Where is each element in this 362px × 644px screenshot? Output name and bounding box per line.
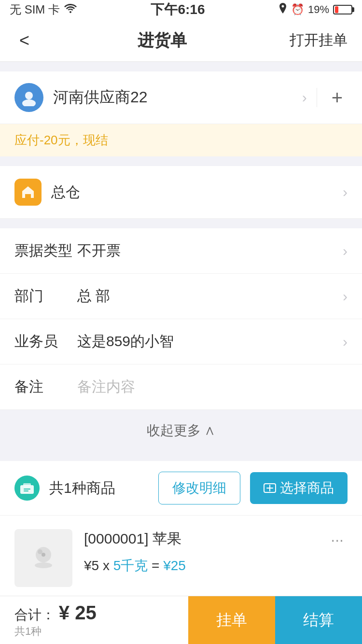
page-title: 进货单 <box>138 29 187 52</box>
supplier-row[interactable]: 河南供应商22 › + <box>0 71 362 124</box>
status-time: 下午6:16 <box>151 0 205 19</box>
select-product-label: 选择商品 <box>280 479 334 497</box>
gap-3 <box>0 219 362 228</box>
notice-bar: 应付-20元，现结 <box>0 124 362 156</box>
checkout-button[interactable]: 结算 <box>275 596 362 644</box>
svg-point-7 <box>38 549 42 554</box>
svg-point-0 <box>25 92 33 99</box>
carrier-text: 无 SIM 卡 <box>10 2 60 17</box>
status-right: ⏰ 19% <box>278 3 352 16</box>
equals-sign: = <box>152 558 163 573</box>
supplier-name: 河南供应商22 <box>53 87 302 108</box>
warehouse-name: 总仓 <box>51 182 80 202</box>
warehouse-chevron: › <box>343 184 348 200</box>
total-count: 共1种 <box>14 624 174 639</box>
note-label: 备注 <box>14 377 77 397</box>
bottom-bar: 合计： ¥ 25 共1种 挂单 结算 <box>0 596 362 644</box>
gap-4 <box>0 451 362 461</box>
salesman-row[interactable]: 业务员 这是859的小智 › <box>0 319 362 364</box>
supplier-chevron: › <box>302 89 307 106</box>
add-supplier-button[interactable]: + <box>327 87 348 109</box>
svg-rect-4 <box>23 483 31 486</box>
svg-point-9 <box>42 553 45 557</box>
product-total: ¥25 <box>163 558 186 573</box>
product-more-button[interactable]: ··· <box>327 529 348 551</box>
svg-point-8 <box>35 562 52 568</box>
products-icon <box>14 476 40 501</box>
svg-rect-2 <box>25 194 31 198</box>
nav-bar: < 进货单 打开挂单 <box>0 19 362 62</box>
status-bar: 无 SIM 卡 下午6:16 ⏰ 19% <box>0 0 362 19</box>
products-header: 共1种商品 修改明细 选择商品 <box>0 461 362 516</box>
total-section: 合计： ¥ 25 共1种 <box>0 602 188 639</box>
price-separator: x <box>103 558 113 573</box>
product-quantity: 5千克 <box>113 558 148 573</box>
gap-2 <box>0 156 362 166</box>
select-product-button[interactable]: 选择商品 <box>250 472 348 504</box>
open-hang-button[interactable]: 打开挂单 <box>290 30 348 50</box>
collapse-more-button[interactable]: 收起更多 ∧ <box>0 410 362 451</box>
product-thumbnail <box>14 529 72 587</box>
salesman-label: 业务员 <box>14 332 77 351</box>
department-label: 部门 <box>14 286 77 306</box>
total-row: 合计： ¥ 25 <box>14 602 174 624</box>
invoice-type-chevron: › <box>343 243 348 259</box>
department-value: 总 部 <box>77 286 343 306</box>
salesman-chevron: › <box>343 334 348 350</box>
supplier-card: 河南供应商22 › + 应付-20元，现结 <box>0 71 362 156</box>
gap-1 <box>0 62 362 71</box>
back-button[interactable]: < <box>14 26 34 56</box>
product-title: 苹果 <box>153 531 181 546</box>
note-row[interactable]: 备注 备注内容 <box>0 364 362 410</box>
total-amount: ¥ 25 <box>59 602 97 623</box>
product-code: [0000001] <box>84 531 148 546</box>
wifi-icon <box>64 3 77 16</box>
collapse-more-label: 收起更多 ∧ <box>147 423 216 438</box>
warehouse-row[interactable]: 总仓 › <box>0 166 362 219</box>
department-row[interactable]: 部门 总 部 › <box>0 274 362 319</box>
product-price: ¥5 x 5千克 = ¥25 <box>84 557 327 575</box>
battery-percent: 19% <box>308 3 329 16</box>
page-content: 河南供应商22 › + 应付-20元，现结 总仓 › 票据类型 <box>0 62 362 644</box>
product-info: [0000001] 苹果 ¥5 x 5千克 = ¥25 <box>84 529 327 575</box>
notice-text: 应付-20元，现结 <box>14 133 108 147</box>
note-placeholder: 备注内容 <box>77 377 348 397</box>
divider <box>317 88 317 107</box>
product-item: [0000001] 苹果 ¥5 x 5千克 = ¥25 ··· <box>0 516 362 601</box>
products-card: 共1种商品 修改明细 选择商品 <box>0 461 362 601</box>
warehouse-icon <box>14 179 42 206</box>
warehouse-card: 总仓 › <box>0 166 362 219</box>
invoice-type-row[interactable]: 票据类型 不开票 › <box>0 228 362 274</box>
department-chevron: › <box>343 288 348 305</box>
salesman-value: 这是859的小智 <box>77 332 343 351</box>
price-unit: ¥5 <box>84 558 99 573</box>
product-name: [0000001] 苹果 <box>84 529 327 549</box>
svg-point-1 <box>22 99 36 106</box>
products-count: 共1种商品 <box>49 478 149 498</box>
invoice-type-value: 不开票 <box>77 241 343 261</box>
edit-detail-button[interactable]: 修改明细 <box>158 472 240 504</box>
location-icon <box>278 3 287 16</box>
supplier-avatar <box>14 83 43 112</box>
alarm-icon: ⏰ <box>291 3 304 16</box>
invoice-type-label: 票据类型 <box>14 241 77 261</box>
total-label: 合计： <box>14 607 55 622</box>
battery-icon <box>333 5 352 14</box>
status-left: 无 SIM 卡 <box>10 2 77 17</box>
hang-order-button[interactable]: 挂单 <box>188 596 275 644</box>
form-card: 票据类型 不开票 › 部门 总 部 › 业务员 这是859的小智 › 备注 备注… <box>0 228 362 410</box>
